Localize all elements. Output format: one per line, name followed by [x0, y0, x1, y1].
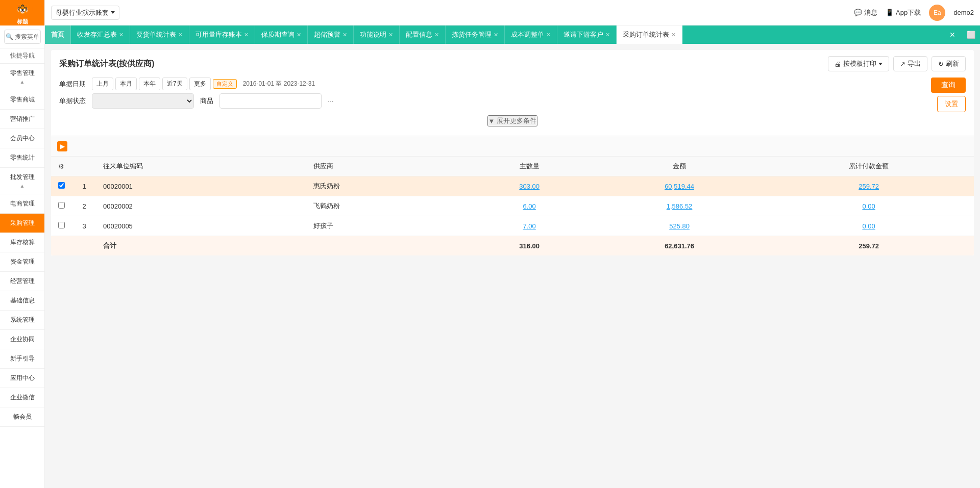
sidebar-item-member[interactable]: 会员中心	[0, 129, 44, 148]
close-icon[interactable]: ✕	[671, 32, 676, 38]
sidebar-item-marketing[interactable]: 营销推广	[0, 110, 44, 129]
row-num: 1	[71, 176, 97, 196]
expand-row-button[interactable]: ▶	[57, 141, 67, 151]
setting-button[interactable]: 设置	[937, 96, 966, 112]
export-icon: ↗	[900, 60, 905, 68]
workspace-selector[interactable]: 母婴行业演示账套	[51, 6, 119, 20]
sidebar-item-retail-shop[interactable]: 零售商城	[0, 90, 44, 110]
page-actions: 🖨 按模板打印 ↗ 导出 ↻ 刷新	[828, 56, 966, 71]
close-icon[interactable]: ✕	[388, 32, 393, 38]
tab-task[interactable]: 拣货任务管理 ✕	[446, 25, 505, 44]
row-paid: 0.00	[764, 196, 974, 216]
phone-icon: 📱	[886, 9, 894, 16]
message-button[interactable]: 💬 消息	[854, 8, 877, 17]
sidebar-item-finance[interactable]: 资金管理	[0, 252, 44, 272]
tab-requisition[interactable]: 要货单统计表 ✕	[130, 25, 189, 44]
sidebar-item-operations[interactable]: 经营管理	[0, 272, 44, 291]
tab-warranty[interactable]: 保质期查询 ✕	[255, 25, 308, 44]
row-code: 00020005	[97, 216, 307, 236]
row-supplier: 惠氏奶粉	[307, 176, 464, 196]
sidebar-item-purchase[interactable]: 采购管理	[0, 214, 44, 233]
tab-cost[interactable]: 成本调整单 ✕	[505, 25, 557, 44]
row-qty: 7.00	[463, 216, 595, 236]
status-filter-label: 单据状态	[59, 96, 86, 106]
row-check[interactable]	[51, 216, 71, 236]
printer-icon: 🖨	[835, 60, 841, 68]
filter-row-2: 单据状态 商品 ···	[59, 93, 925, 109]
prev-month-button[interactable]: 上月	[92, 78, 113, 90]
more-date-button[interactable]: 更多	[189, 78, 211, 90]
sidebar-item-inventory[interactable]: 库存核算	[0, 233, 44, 252]
sidebar-item-wholesale[interactable]: 批发管理 ▲	[0, 168, 44, 194]
tab-purchase-stats[interactable]: 采购订单统计表 ✕	[617, 25, 682, 44]
th-amount: 金额	[595, 157, 764, 176]
username-label[interactable]: demo2	[953, 9, 974, 16]
close-icon[interactable]: ✕	[244, 32, 249, 38]
refresh-icon: ↻	[938, 60, 944, 68]
tab-config[interactable]: 配置信息 ✕	[400, 25, 446, 44]
sidebar-item-system[interactable]: 系统管理	[0, 311, 44, 330]
row-supplier: 好孩子	[307, 216, 464, 236]
close-icon[interactable]: ✕	[342, 32, 347, 38]
table-header-row: ⚙ 往来单位编码 供应商 主数量 金额 累计付款金额	[51, 157, 974, 176]
sidebar-item-basic[interactable]: 基础信息	[0, 291, 44, 311]
close-all-tabs-button[interactable]: ✕	[943, 25, 962, 44]
export-button[interactable]: ↗ 导出	[893, 56, 927, 71]
logo-text: 标题	[17, 18, 28, 25]
close-icon[interactable]: ✕	[546, 32, 551, 38]
sidebar-item-guide[interactable]: 新手引导	[0, 349, 44, 369]
close-icon[interactable]: ✕	[494, 32, 498, 38]
logo-icon: 🐯	[12, 0, 33, 18]
content-area: 采购订单统计表(按供应商) 🖨 按模板打印 ↗ 导出 ↻ 刷新	[45, 44, 980, 488]
7days-button[interactable]: 近7天	[162, 78, 187, 90]
sidebar-item-ecommerce[interactable]: 电商管理	[0, 194, 44, 214]
sidebar-item-enterprise[interactable]: 企业协同	[0, 330, 44, 349]
row-check[interactable]	[51, 176, 71, 196]
refresh-button[interactable]: ↻ 刷新	[932, 56, 966, 71]
close-icon[interactable]: ✕	[119, 32, 124, 38]
close-icon[interactable]: ✕	[178, 32, 183, 38]
this-year-button[interactable]: 本年	[139, 78, 160, 90]
sidebar-item-member2[interactable]: 畅会员	[0, 407, 44, 427]
tab-inventory[interactable]: 可用量库存账本 ✕	[189, 25, 255, 44]
close-icon[interactable]: ✕	[434, 32, 439, 38]
sidebar-item-wechat[interactable]: 企业微信	[0, 388, 44, 407]
sidebar-item-apps[interactable]: 应用中心	[0, 369, 44, 388]
row-paid: 0.00	[764, 216, 974, 236]
tab-invite[interactable]: 邀请下游客户 ✕	[557, 25, 617, 44]
quick-nav[interactable]: 快捷导航	[0, 48, 44, 64]
expand-filter-button[interactable]: ▼ 展开更多条件	[487, 115, 538, 126]
row-num: 3	[71, 216, 97, 236]
app-download-button[interactable]: 📱 App下载	[886, 8, 921, 17]
sidebar-search-area: 🔍 搜索英单	[0, 25, 44, 48]
sidebar-item-retail-stats[interactable]: 零售统计	[0, 148, 44, 168]
goods-filter-label: 商品	[200, 96, 213, 106]
table-row[interactable]: 3 00020005 好孩子 7.00 525.80 0.00	[51, 216, 974, 236]
main-area: 母婴行业演示账套 💬 消息 📱 App下载 Ea demo2 首页 收发存汇总表…	[45, 0, 980, 488]
th-supplier: 供应商	[307, 157, 464, 176]
status-select[interactable]	[92, 93, 194, 109]
page-wrapper: 采购订单统计表(按供应商) 🖨 按模板打印 ↗ 导出 ↻ 刷新	[51, 50, 974, 256]
search-button[interactable]: 🔍 搜索英单	[4, 30, 41, 44]
footer-empty	[51, 236, 97, 256]
custom-date-tag: 自定义	[213, 79, 237, 89]
tab-help[interactable]: 功能说明 ✕	[354, 25, 400, 44]
search-button[interactable]: 查询	[931, 78, 966, 93]
tab-home[interactable]: 首页	[45, 25, 71, 44]
maximize-button[interactable]: ⬜	[962, 25, 980, 44]
footer-label: 合计	[97, 236, 463, 256]
print-button[interactable]: 🖨 按模板打印	[828, 56, 889, 71]
tab-overstock[interactable]: 超储预警 ✕	[308, 25, 354, 44]
close-icon[interactable]: ✕	[605, 32, 610, 38]
goods-input[interactable]	[219, 93, 322, 109]
table-row[interactable]: 2 00020002 飞鹤奶粉 6.00 1,586.52 0.00	[51, 196, 974, 216]
close-icon[interactable]: ✕	[297, 32, 301, 38]
row-check[interactable]	[51, 196, 71, 216]
tab-collection[interactable]: 收发存汇总表 ✕	[71, 25, 130, 44]
avatar[interactable]: Ea	[929, 5, 945, 21]
sidebar-item-retail[interactable]: 零售管理 ▲	[0, 64, 44, 90]
th-settings[interactable]: ⚙	[51, 157, 71, 176]
this-month-button[interactable]: 本月	[115, 78, 137, 90]
row-supplier: 飞鹤奶粉	[307, 196, 464, 216]
table-row[interactable]: 1 00020001 惠氏奶粉 303.00 60,519.44 259.72	[51, 176, 974, 196]
